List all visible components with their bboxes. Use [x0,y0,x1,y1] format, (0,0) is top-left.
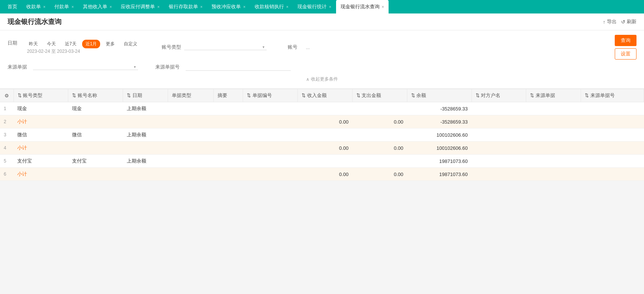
table-cell [68,168,123,181]
nav-adjustment-close[interactable]: × [157,4,159,9]
nav-receipts[interactable]: 收款单 × [22,0,50,13]
nav-other-income[interactable]: 其他收入单 × [78,0,116,13]
table-cell: 0.00 [352,115,407,128]
nav-other-income-close[interactable]: × [110,4,112,9]
nav-collection-close[interactable]: × [286,4,288,9]
table-row[interactable]: 3微信微信上期余额100102606.60 [0,128,644,142]
nav-collection[interactable]: 收款核销执行 × [250,0,293,13]
col-date[interactable]: ⇅ 日期 [123,89,168,102]
nav-bank-deposit-close[interactable]: × [200,4,203,9]
table-cell [526,142,581,155]
nav-adjustment-label: 应收应付调整单 [121,3,155,10]
nav-other-income-label: 其他收入单 [83,3,107,10]
table-cell: 支付宝 [14,155,68,168]
table-cell: 19871073.60 [407,168,471,181]
filter-area: 日期 昨天 今天 近7天 近1月 更多 自定义 2023-02-24 至 202… [0,30,644,89]
nav-bank-stats[interactable]: 现金银行统计 × [293,0,336,13]
table-cell [297,102,352,115]
nav-bank-deposit[interactable]: 银行存取款单 × [164,0,207,13]
table-cell [213,115,243,128]
table-cell: 小计 [14,142,68,155]
table-cell [526,128,581,142]
table-cell [471,142,526,155]
table-cell [168,102,214,115]
table-cell: 上期余额 [123,102,168,115]
date-options: 昨天 今天 近7天 近1月 更多 自定义 [26,40,141,48]
table-cell [581,128,644,142]
col-account-name[interactable]: ⇅ 账号名称 [68,89,123,102]
table-cell: 现金 [68,102,123,115]
col-counterpart[interactable]: ⇅ 对方户名 [471,89,526,102]
table-cell [68,115,123,128]
account-dots[interactable]: ... [306,45,310,50]
col-source-doc-label: ⇅ 来源单据 [530,93,555,98]
col-account-type[interactable]: ⇅ 账号类型 [14,89,68,102]
table-cell [581,115,644,128]
source-doc-num-input[interactable] [186,63,291,71]
table-row[interactable]: 4小计0.000.00100102606.60 [0,142,644,155]
collapse-bar[interactable]: ∧ 收起更多条件 [8,75,636,84]
source-doc-select[interactable]: ▾ [33,64,138,70]
table-cell [352,102,407,115]
date-1month[interactable]: 近1月 [82,40,101,48]
date-yesterday[interactable]: 昨天 [26,40,41,48]
date-today[interactable]: 今天 [44,40,59,48]
table-cell: 100102606.60 [407,128,471,142]
source-doc-arrow-icon: ▾ [134,65,136,69]
nav-receipts-close[interactable]: × [43,4,45,9]
export-button[interactable]: ↑ 导出 [603,18,617,25]
table-cell [168,168,214,181]
col-source-doc[interactable]: ⇅ 来源单据 [526,89,581,102]
col-doc-no-label: ⇅ 单据编号 [247,93,272,98]
nav-home[interactable]: 首页 [3,0,22,13]
query-button[interactable]: 查询 [615,35,636,46]
nav-payments[interactable]: 付款单 × [50,0,78,13]
refresh-icon: ↺ [621,19,625,25]
table-cell: 微信 [68,128,123,142]
account-label: 账号 [288,44,303,51]
col-income[interactable]: ⇅ 收入金额 [297,89,352,102]
col-balance[interactable]: ⇅ 余额 [407,89,471,102]
col-doc-no[interactable]: ⇅ 单据编号 [243,89,298,102]
table-cell [68,142,123,155]
data-table: ⚙ ⇅ 账号类型 ⇅ 账号名称 ⇅ 日期 单据类型 摘要 ⇅ 单 [0,89,644,181]
gear-icon: ⚙ [5,93,9,98]
table-cell: 5 [0,155,14,168]
table-cell [213,142,243,155]
nav-prepayment-close[interactable]: × [243,4,245,9]
col-expense[interactable]: ⇅ 支出金额 [352,89,407,102]
nav-bank-stats-close[interactable]: × [329,4,331,9]
table-cell [581,168,644,181]
nav-payments-close[interactable]: × [71,4,74,9]
table-cell: 0.00 [297,115,352,128]
nav-prepayment[interactable]: 预收冲应收单 × [207,0,250,13]
col-account-type-label: ⇅ 账号类型 [18,93,43,98]
table-body: 1现金现金上期余额-3528659.332小计0.000.00-3528659.… [0,102,644,181]
table-cell: 微信 [14,128,68,142]
nav-bank-flow[interactable]: 现金银行流水查询 × [336,0,389,13]
table-cell [581,102,644,115]
col-counterpart-label: ⇅ 对方户名 [476,93,501,98]
date-custom[interactable]: 自定义 [120,40,141,48]
col-settings[interactable]: ⚙ [0,89,14,102]
table-cell: 0.00 [352,142,407,155]
table-row[interactable]: 2小计0.000.00-3528659.33 [0,115,644,128]
table-cell [213,168,243,181]
date-more[interactable]: 更多 [102,40,118,48]
date-7days[interactable]: 近7天 [62,40,80,48]
table-cell [471,168,526,181]
table-row[interactable]: 5支付宝支付宝上期余额19871073.60 [0,155,644,168]
nav-adjustment[interactable]: 应收应付调整单 × [116,0,164,13]
table-cell [213,102,243,115]
account-type-select[interactable]: ▾ [184,44,267,50]
top-navigation: 首页 收款单 × 付款单 × 其他收入单 × 应收应付调整单 × 银行存取款单 … [0,0,644,13]
refresh-button[interactable]: ↺ 刷新 [621,18,636,25]
col-source-doc-no[interactable]: ⇅ 来源单据号 [581,89,644,102]
setting-button[interactable]: 设置 [615,48,636,60]
col-account-name-label: ⇅ 账号名称 [72,93,97,98]
nav-bank-flow-close[interactable]: × [382,4,384,9]
table-row[interactable]: 1现金现金上期余额-3528659.33 [0,102,644,115]
table-cell: 1 [0,102,14,115]
table-row[interactable]: 6小计0.000.0019871073.60 [0,168,644,181]
table-cell [243,102,298,115]
